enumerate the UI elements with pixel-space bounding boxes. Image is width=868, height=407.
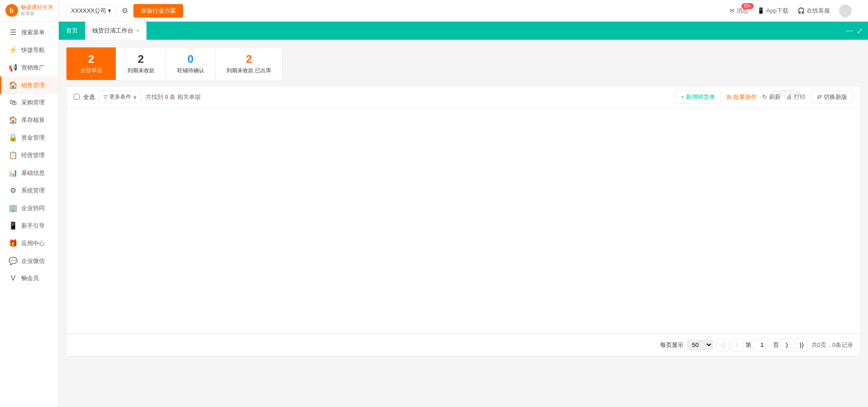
tab-home[interactable]: 首页 [59,22,85,40]
sidebar-item-basic-info[interactable]: 📊基础信息 [0,164,58,182]
sidebar-icon-search-menu: ☰ [9,28,18,37]
refresh-label: 刷新 [769,93,781,101]
trial-button[interactable]: 体验行业方案 [133,4,183,18]
sidebar-item-enterprise-wechat[interactable]: 💬企业微信 [0,252,58,270]
chevron-down-icon: ▾ [108,7,111,14]
stat-num-overdue-not-shipped: 2 [226,53,271,66]
main-content: 2全部单据2到期未收款0旺铺待确认2到期未收款 已出库 全选 ▽ 更多条件 ∨ … [59,40,868,407]
company-selector[interactable]: XXXXXX公司 ▾ [66,5,116,17]
toolbar-left: 全选 ▽ 更多条件 ∨ 共找到 0 条 相关单据 [74,91,671,103]
next-page-button[interactable]: ⟩ [781,339,793,351]
refresh-button[interactable]: ↻ 刷新 [762,93,781,101]
stat-label-overdue-unpaid: 到期未收款 [127,67,155,75]
page-nav: ⟨⟨ ⟨ 第 页 ⟩ ⟩⟩ [717,339,808,351]
tab-bar: 首页 钱货日清工作台 × — ⤢ [59,22,868,40]
sidebar-label-inventory-calc: 库存核算 [21,116,45,124]
logo-icon: b [5,4,18,17]
sidebar-icon-enterprise-wechat: 💬 [9,257,18,265]
sidebar-label-enterprise-coop: 企业协同 [21,204,45,212]
sidebar-item-fund-mgmt[interactable]: 🔒资金管理 [0,129,58,146]
sidebar-icon-enterprise-coop: 🏢 [9,204,18,212]
tab-close-icon[interactable]: × [136,28,139,34]
last-page-button[interactable]: ⟩⟩ [795,339,808,351]
switch-icon: ⇄ [817,94,822,100]
sidebar-item-sys-mgmt[interactable]: ⚙系统管理 [0,182,58,199]
service-label: 在线客服 [807,7,830,15]
sidebar-label-sales-mgmt: 销售管理 [21,81,45,89]
sidebar-label-basic-info: 基础信息 [21,169,45,177]
sidebar-icon-biz-mgmt: 📋 [9,151,18,159]
filter-chevron-icon: ∨ [133,94,137,100]
app-name: 畅捷通好生意 [21,4,53,10]
switch-version-button[interactable]: ⇄ 切换新版 [811,91,853,103]
sidebar-label-marketing: 营销推广 [21,64,45,72]
page-total: 共0页，0条记录 [811,341,853,349]
stat-tab-all[interactable]: 2全部单据 [66,47,116,80]
avatar[interactable] [839,5,852,17]
sidebar-label-search-menu: 搜索菜单 [21,28,45,37]
sidebar-item-enterprise-coop[interactable]: 🏢企业协同 [0,199,58,217]
sidebar-icon-sys-mgmt: ⚙ [9,186,18,195]
sidebar-item-search-menu[interactable]: ☰搜索菜单 [0,23,58,41]
logo-text-group: 畅捷通好生意 标准版 [21,4,53,17]
messages-badge: 99+ [741,3,754,9]
print-label: 打印 [794,93,806,101]
stat-num-all: 2 [77,53,105,66]
page-suffix: 页 [773,341,779,349]
filter-button[interactable]: ▽ 更多条件 ∨ [99,91,142,103]
settings-icon[interactable]: ⚙ [122,6,128,15]
first-page-button[interactable]: ⟨⟨ [717,339,729,351]
stat-label-pending-confirm: 旺铺待确认 [177,67,204,75]
sidebar-item-newbie-guide[interactable]: 📱新手引导 [0,217,58,234]
sidebar-item-vip-member[interactable]: V畅会员 [0,270,58,287]
switch-label: 切换新版 [824,93,847,101]
app-download-button[interactable]: 📱 App下载 [757,7,788,15]
sidebar-icon-vip-member: V [9,274,18,282]
sidebar-item-sales-mgmt[interactable]: 🏠销售管理 [0,76,58,94]
new-sales-order-button[interactable]: + 新增销货单 [675,91,721,103]
page-input[interactable] [753,339,771,351]
batch-operation-button[interactable]: ⊞ 批量操作 [726,93,757,101]
messages-button[interactable]: ✉ 消息 99+ [730,7,748,15]
company-name: XXXXXX公司 [71,7,106,15]
sidebar-icon-sales-mgmt: 🏠 [9,81,18,89]
sidebar-icon-quick-nav: ⚡ [9,46,18,54]
prev-page-button[interactable]: ⟨ [731,339,744,351]
per-page-select[interactable]: 50 100 200 [687,340,713,350]
sidebar-menu: ☰搜索菜单⚡快捷导航📢营销推广🏠销售管理🛍采购管理🏠库存核算🔒资金管理📋经营管理… [0,22,58,287]
tab-workbench[interactable]: 钱货日清工作台 × [85,22,146,40]
found-text: 共找到 0 条 相关单据 [146,93,201,101]
select-all-checkbox[interactable] [74,94,80,100]
sidebar-label-app-center: 应用中心 [21,239,45,248]
logo-area: b 畅捷通好生意 标准版 [0,0,59,22]
tab-workbench-label: 钱货日清工作台 [92,27,133,35]
stat-tab-overdue-not-shipped[interactable]: 2到期未收款 已出库 [216,47,282,80]
sidebar-icon-fund-mgmt: 🔒 [9,133,18,142]
sidebar-item-biz-mgmt[interactable]: 📋经营管理 [0,146,58,164]
tab-expand-icon[interactable]: ⤢ [857,27,863,35]
sidebar-item-marketing[interactable]: 📢营销推广 [0,59,58,76]
sidebar-item-quick-nav[interactable]: ⚡快捷导航 [0,41,58,59]
batch-icon: ⊞ [726,94,731,100]
sidebar-icon-basic-info: 📊 [9,168,18,177]
stat-tabs: 2全部单据2到期未收款0旺铺待确认2到期未收款 已出库 [66,47,283,80]
sidebar-item-app-center[interactable]: 🎁应用中心 [0,234,58,252]
per-page-label: 每页显示 [660,341,684,349]
batch-label: 批量操作 [733,93,757,101]
stat-label-all: 全部单据 [77,67,105,75]
sidebar-item-purchase-mgmt[interactable]: 🛍采购管理 [0,94,58,111]
sidebar-icon-inventory-calc: 🏠 [9,116,18,124]
table-area [66,108,861,334]
stat-num-pending-confirm: 0 [177,53,204,66]
sidebar-item-inventory-calc[interactable]: 🏠库存核算 [0,111,58,129]
stat-tab-overdue-unpaid[interactable]: 2到期未收款 [116,47,166,80]
header-right: ✉ 消息 99+ 📱 App下载 🎧 在线客服 [730,5,861,17]
print-button[interactable]: 🖨 打印 [786,93,806,101]
online-service-button[interactable]: 🎧 在线客服 [797,7,830,15]
filter-icon: ▽ [104,94,108,100]
tab-minimize-icon[interactable]: — [846,27,853,35]
sidebar-icon-purchase-mgmt: 🛍 [9,98,18,107]
stat-tab-pending-confirm[interactable]: 0旺铺待确认 [166,47,216,80]
sidebar-label-enterprise-wechat: 企业微信 [21,257,45,265]
sidebar-icon-newbie-guide: 📱 [9,221,18,230]
